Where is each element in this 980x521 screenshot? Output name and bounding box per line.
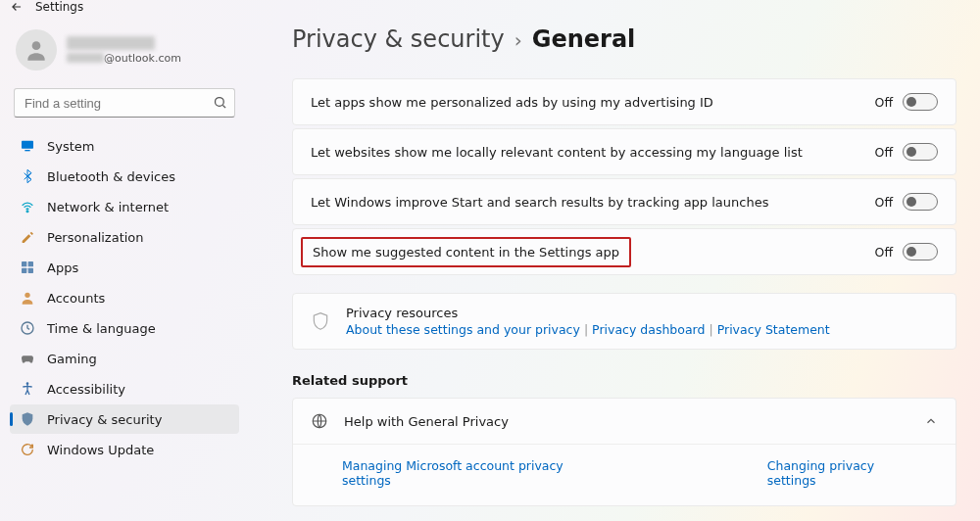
related-support-heading: Related support [292,373,956,388]
privacy-resources-tile[interactable]: Privacy resources About these settings a… [292,293,956,350]
main-content: Privacy & security › General Let apps sh… [245,14,980,521]
user-block[interactable]: @outlook.com [10,25,239,88]
resources-link-statement[interactable]: Privacy Statement [717,322,830,337]
user-name [67,36,155,50]
toggle-label: Let apps show me personalized ads by usi… [311,95,713,110]
svg-point-0 [32,41,41,50]
search-box[interactable] [14,88,235,118]
accessibility-icon [20,381,35,397]
support-title: Help with General Privacy [344,414,908,429]
monitor-icon [20,138,35,154]
nav-label: Bluetooth & devices [47,169,175,184]
person-icon [20,290,35,306]
breadcrumb-parent[interactable]: Privacy & security [292,25,505,53]
support-panel: Help with General Privacy Managing Micro… [292,398,956,506]
nav-label: Apps [47,260,78,275]
toggle-row-suggested[interactable]: Show me suggested content in the Setting… [292,228,956,275]
toggle-state: Off [875,145,893,160]
svg-point-9 [24,293,29,298]
user-email-suffix: @outlook.com [104,52,181,65]
toggle-state: Off [875,95,893,110]
nav-label: Network & internet [47,200,169,214]
toggle-switch[interactable] [903,93,938,111]
chevron-up-icon [924,414,938,428]
toggle-state: Off [875,245,893,260]
toggle-row-ads[interactable]: Let apps show me personalized ads by usi… [292,78,956,125]
nav-accounts[interactable]: Accounts [10,283,239,312]
svg-rect-8 [28,268,33,273]
toggle-row-tracking[interactable]: Let Windows improve Start and search res… [292,178,956,225]
resources-link-dashboard[interactable]: Privacy dashboard [592,322,705,337]
sidebar: @outlook.com System Bluetooth & devices [0,14,245,521]
svg-rect-6 [28,261,33,266]
nav-update[interactable]: Windows Update [10,435,239,464]
resources-title: Privacy resources [346,306,830,320]
update-icon [20,442,35,457]
window-title: Settings [35,0,83,14]
avatar [16,29,57,71]
toggle-label: Show me suggested content in the Setting… [301,237,631,267]
svg-rect-7 [22,268,26,273]
svg-point-4 [26,211,28,213]
toggle-switch[interactable] [903,193,938,211]
brush-icon [20,229,35,245]
svg-rect-3 [24,150,29,151]
nav-apps[interactable]: Apps [10,253,239,282]
support-link-change[interactable]: Changing privacy settings [767,458,906,488]
breadcrumb: Privacy & security › General [292,25,956,53]
gamepad-icon [20,351,35,366]
apps-icon [20,260,35,275]
back-button[interactable] [10,0,24,14]
svg-point-1 [216,98,224,107]
toggle-row-locale[interactable]: Let websites show me locally relevant co… [292,128,956,175]
support-link-manage[interactable]: Managing Microsoft account privacy setti… [342,458,581,488]
nav-label: System [47,139,94,154]
svg-point-11 [26,382,29,385]
search-icon [213,95,227,110]
toggle-state: Off [875,195,893,210]
clock-icon [20,320,35,336]
nav-bluetooth[interactable]: Bluetooth & devices [10,162,239,191]
nav-privacy[interactable]: Privacy & security [10,404,239,434]
shield-icon [20,411,35,427]
toggle-label: Let Windows improve Start and search res… [311,195,768,210]
toggle-label: Let websites show me locally relevant co… [311,145,803,160]
user-email-prefix [67,53,104,63]
shield-outline-icon [311,310,330,332]
nav: System Bluetooth & devices Network & int… [10,131,239,464]
search-input[interactable] [14,88,235,118]
bluetooth-icon [20,168,35,184]
support-expander[interactable]: Help with General Privacy [293,399,956,444]
svg-rect-5 [22,261,26,266]
nav-label: Gaming [47,352,97,366]
nav-label: Accessibility [47,382,125,397]
toggle-switch[interactable] [903,243,938,260]
nav-accessibility[interactable]: Accessibility [10,374,239,403]
breadcrumb-separator: › [514,28,522,52]
globe-icon [311,412,328,430]
nav-label: Accounts [47,291,105,306]
resources-link-about[interactable]: About these settings and your privacy [346,322,580,337]
nav-label: Personalization [47,230,144,245]
nav-system[interactable]: System [10,131,239,161]
toggle-switch[interactable] [903,143,938,161]
breadcrumb-current: General [532,25,636,53]
nav-personalization[interactable]: Personalization [10,222,239,252]
nav-label: Privacy & security [47,412,162,427]
wifi-icon [20,199,35,214]
nav-network[interactable]: Network & internet [10,192,239,221]
svg-rect-2 [22,141,33,149]
nav-time[interactable]: Time & language [10,313,239,343]
nav-label: Windows Update [47,443,154,457]
nav-gaming[interactable]: Gaming [10,344,239,373]
nav-label: Time & language [47,321,156,336]
